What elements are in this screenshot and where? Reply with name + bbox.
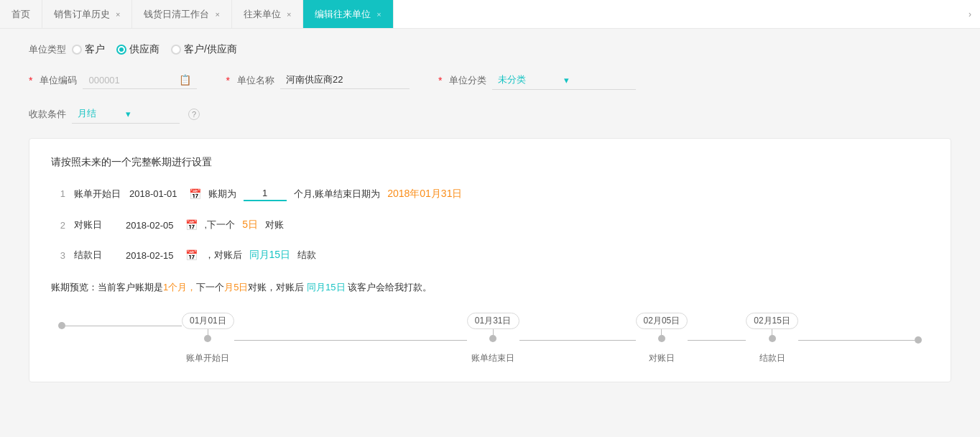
timeline-tag-1: 01月01日 [182,313,234,329]
step-2-label: 对账日 [74,218,117,231]
unit-name-required: * [226,75,229,86]
step-2-highlight: 5日 [242,218,258,231]
step-1-suffix: 账期为 [208,188,236,201]
step-1-date: 2018-01-01 [129,188,177,199]
preview-text: 账期预览：当前客户账期是1个月，下一个月5日对账，对账后 同月15日 该客户会给… [51,279,929,295]
radio-both[interactable]: 客户/供应商 [171,43,237,56]
step-2-date: 2018-02-05 [126,220,174,231]
unit-type-label: 单位类型 [29,43,66,56]
step-3-suffix: 结款 [297,249,316,262]
tab-home[interactable]: 首页 [0,0,42,28]
unit-code-input-wrap: 📋 [83,71,197,89]
step-1-label: 账单开始日 [74,188,121,201]
timeline-label-4: 结款日 [759,352,785,364]
tab-sales-order-history[interactable]: 销售订单历史 × [42,0,132,28]
timeline-left-dot [58,313,65,329]
unit-code-group: * 单位编码 📋 [29,71,197,89]
tab-partner-close[interactable]: × [287,10,291,19]
tab-edit-partner[interactable]: 编辑往来单位 × [303,0,393,28]
preview-label: 账期预览：当前客户账期是 [51,282,163,293]
step-3-label: 结款日 [74,249,117,262]
step-3-num: 3 [51,250,65,261]
radio-supplier-circle [116,45,126,55]
unit-name-input[interactable] [280,72,410,89]
payment-terms-value: 月结 [78,107,126,120]
payment-terms-arrow-icon: ▾ [126,109,174,119]
step-2-content: 2018-02-05 📅 ,下一个 5日 对账 [126,218,929,231]
step-2-suffix: 对账 [265,218,284,231]
tabs-bar: 首页 销售订单历史 × 钱货日清工作台 × 往来单位 × 编辑往来单位 × › [0,0,980,29]
step-3-calendar-icon[interactable]: 📅 [185,249,198,261]
seg-4 [798,340,915,341]
seg-2 [519,340,636,341]
unit-name-label: 单位名称 [237,74,274,87]
unit-category-dropdown[interactable]: 未分类 ▾ [492,70,636,90]
radio-customer[interactable]: 客户 [72,43,105,56]
preview-day5: 月5日 [224,282,248,293]
timeline-node-3: 02月05日 对账日 [636,313,688,364]
tab-arrow[interactable]: › [960,9,980,19]
unit-category-label: 单位分类 [449,74,486,87]
step-1-content: 2018-01-01 📅 账期为 个月,账单结束日期为 2018年01月31日 [129,186,929,201]
radio-customer-circle [72,45,82,55]
tab-partner-unit[interactable]: 往来单位 × [232,0,303,28]
timeline-right-dot [915,313,922,344]
radio-supplier-label: 供应商 [129,43,160,56]
preview-end: 该客户会给我打款。 [348,282,432,293]
radio-supplier[interactable]: 供应商 [116,43,160,56]
step-3-highlight: 同月15日 [249,249,291,262]
unit-category-required: * [438,75,442,86]
unit-name-group: * 单位名称 [226,72,409,89]
tab-sales-close[interactable]: × [116,10,120,19]
payment-terms-row: 收款条件 月结 ▾ ? [29,104,951,124]
step-2-calendar-icon[interactable]: 📅 [185,219,198,231]
page-content: 单位类型 客户 供应商 客户/供应商 * 单位编码 [0,29,980,437]
preview-same: 同月15日 [307,282,345,293]
step-1-period-unit: 个月,账单结束日期为 [294,188,381,201]
tab-cash-close[interactable]: × [215,10,219,19]
card-title: 请按照未来的一个完整帐期进行设置 [51,156,929,169]
preview-middle: 下一个 [196,282,224,293]
step-1-row: 1 账单开始日 2018-01-01 📅 账期为 个月,账单结束日期为 2018… [51,186,929,201]
seg-1 [234,340,467,341]
payment-terms-dropdown[interactable]: 月结 ▾ [72,104,180,124]
dropdown-arrow-icon: ▾ [564,75,630,86]
timeline-node-2: 01月31日 账单结束日 [467,313,519,364]
seg-3 [688,340,746,341]
tab-home-label: 首页 [11,8,30,21]
timeline-container: 01月01日 账单开始日 01月31日 账单结束日 [51,313,929,364]
unit-category-value: 未分类 [498,73,564,86]
timeline-label-1: 账单开始日 [186,352,229,364]
preview-connect: 对账，对账后 [248,282,304,293]
tab-cash-label: 钱货日清工作台 [144,8,209,21]
radio-customer-label: 客户 [85,43,105,56]
unit-code-label: 单位编码 [40,74,77,87]
step-3-prefix: ，对账后 [205,249,242,262]
timeline-node-4: 02月15日 结款日 [746,313,798,364]
tab-cash-work[interactable]: 钱货日清工作台 × [132,0,231,28]
seg-0 [65,326,182,326]
step-1-num: 1 [51,188,65,199]
step-2-num: 2 [51,220,65,231]
step-1-period-input[interactable] [244,186,287,201]
timeline-node-1: 01月01日 账单开始日 [182,313,234,364]
preview-period: 1个月， [163,282,196,293]
unit-category-group: * 单位分类 未分类 ▾ [438,70,636,90]
step-1-calendar-icon[interactable]: 📅 [189,188,201,200]
unit-code-calendar-icon[interactable]: 📋 [179,74,191,86]
step-2-row: 2 对账日 2018-02-05 📅 ,下一个 5日 对账 [51,218,929,231]
unit-code-required: * [29,75,32,86]
step-3-date: 2018-02-15 [126,250,174,261]
radio-group: 客户 供应商 客户/供应商 [72,43,237,56]
payment-terms-question-icon[interactable]: ? [188,109,200,120]
tab-partner-label: 往来单位 [244,8,281,21]
timeline-label-3: 对账日 [649,352,675,364]
timeline-label-2: 账单结束日 [471,352,514,364]
timeline-tag-3: 02月05日 [636,313,688,329]
unit-code-input[interactable] [88,75,175,86]
payment-terms-group: 收款条件 月结 ▾ ? [29,104,200,124]
tab-edit-label: 编辑往来单位 [315,8,371,21]
step-2-prefix: ,下一个 [205,218,236,231]
unit-type-group: 单位类型 客户 供应商 客户/供应商 [29,43,237,56]
tab-edit-close[interactable]: × [376,10,381,19]
